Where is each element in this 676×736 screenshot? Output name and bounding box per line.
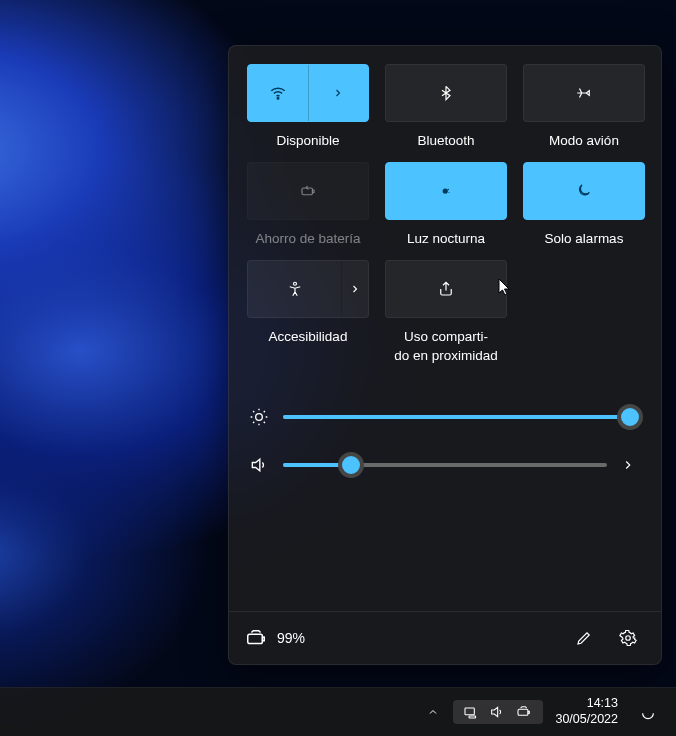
tile-night-light: Luz nocturna [385,162,507,248]
svg-point-4 [448,189,450,191]
volume-flyout-button[interactable] [621,458,641,472]
taskbar-clock[interactable]: 14:13 30/05/2022 [547,696,626,727]
taskbar-time: 14:13 [555,696,618,712]
bluetooth-toggle[interactable] [385,64,507,122]
bluetooth-icon [438,85,454,101]
battery-icon [245,627,267,649]
focus-label: Solo alarmas [545,230,624,248]
nearby-share-label: Uso comparti- do en proximidad [394,328,498,364]
quick-settings-panel: DisponibleBluetoothModo aviónAhorro de b… [228,45,662,665]
svg-point-0 [277,98,279,100]
night-light-label: Luz nocturna [407,230,485,248]
chevron-right-icon[interactable] [342,261,368,317]
focus-toggle[interactable] [523,162,645,220]
svg-rect-2 [313,190,315,192]
brightness-slider-row [249,407,641,427]
ethernet-icon [463,704,479,720]
edit-quick-settings-button[interactable] [567,621,601,655]
svg-rect-11 [465,708,474,715]
tile-wifi: Disponible [247,64,369,150]
battery-icon [515,704,533,720]
svg-rect-9 [262,637,264,641]
taskbar-date: 30/05/2022 [555,712,618,728]
battery-saver-toggle [247,162,369,220]
moon-icon [576,183,592,199]
night-light-toggle[interactable] [385,162,507,220]
accessibility-icon [248,261,341,317]
night-light-icon [437,182,455,200]
system-tray: 14:13 30/05/2022 [417,696,666,727]
settings-button[interactable] [611,621,645,655]
battery-saver-label: Ahorro de batería [255,230,360,248]
tile-accessibility: Accesibilidad [247,260,369,364]
notifications-button[interactable] [630,700,666,724]
airplane-toggle[interactable] [523,64,645,122]
chevron-right-icon[interactable] [309,65,369,121]
bluetooth-label: Bluetooth [417,132,474,150]
volume-icon [489,704,505,720]
airplane-icon [575,84,593,102]
svg-point-3 [443,189,448,194]
svg-rect-8 [248,634,263,643]
wifi-label: Disponible [276,132,339,150]
brightness-slider[interactable] [283,415,641,419]
accessibility-label: Accesibilidad [269,328,348,346]
nearby-share-toggle[interactable] [385,260,507,318]
tray-network-volume-battery[interactable] [453,700,543,724]
svg-point-6 [293,283,296,286]
taskbar: 14:13 30/05/2022 [0,687,676,736]
accessibility-toggle[interactable] [247,260,369,318]
tile-battery-saver: Ahorro de batería [247,162,369,248]
wifi-toggle[interactable] [247,64,369,122]
svg-point-7 [256,414,263,421]
tile-nearby-share: Uso comparti- do en proximidad [385,260,507,364]
quick-settings-footer: 99% [229,611,661,664]
airplane-label: Modo avión [549,132,619,150]
volume-icon [249,455,269,475]
wifi-icon [248,65,308,121]
tray-overflow-button[interactable] [417,702,449,722]
battery-saver-icon [298,182,318,200]
battery-percentage: 99% [277,630,305,646]
svg-point-10 [626,636,631,641]
sliders-section [229,369,661,509]
tile-bluetooth: Bluetooth [385,64,507,150]
svg-rect-14 [528,711,529,713]
volume-slider[interactable] [283,463,607,467]
volume-slider-row [249,455,641,475]
share-icon [437,280,455,298]
brightness-icon [249,407,269,427]
quick-settings-tiles: DisponibleBluetoothModo aviónAhorro de b… [229,46,661,369]
tile-focus: Solo alarmas [523,162,645,248]
tile-airplane: Modo avión [523,64,645,150]
svg-point-5 [448,192,449,193]
svg-rect-12 [469,716,476,718]
svg-rect-13 [518,709,528,715]
